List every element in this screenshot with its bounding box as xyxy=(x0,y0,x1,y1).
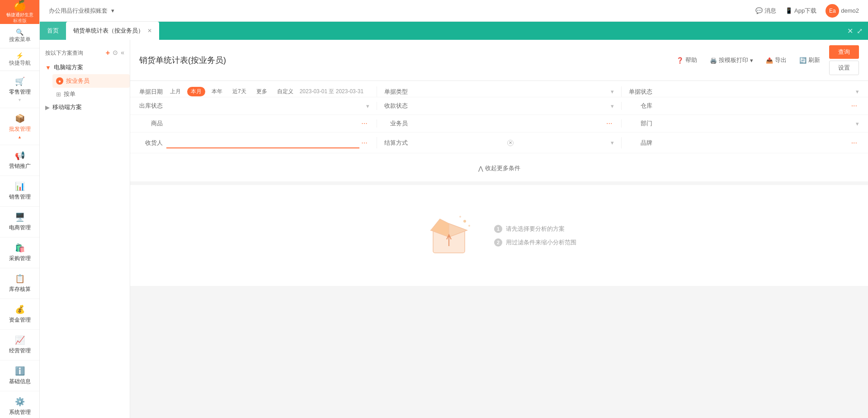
tree-desktop[interactable]: ▼ 电脑端方案 xyxy=(40,61,130,74)
tree-expand-icon: ▼ xyxy=(45,64,51,71)
payment-arrow: ▾ xyxy=(611,139,614,146)
message-action[interactable]: 💬 消息 xyxy=(755,7,776,15)
quick-nav[interactable]: ⚡ 快捷导航 xyxy=(0,48,39,71)
filter-collapse-row: ⋀ 收起更多条件 xyxy=(130,153,868,181)
receipt-status-label: 收款状态 xyxy=(384,102,411,110)
collapse-filters-button[interactable]: ⋀ 收起更多条件 xyxy=(475,161,524,176)
sidebar: 🍊 畅捷通好生意 标准版 🔍 搜索菜单 ⚡ 快捷导航 🛒 零售管理 ▼ 📦 批发… xyxy=(0,0,40,418)
warehouse-label: 仓库 xyxy=(629,102,656,110)
refresh-button[interactable]: 🔄 刷新 xyxy=(796,54,824,66)
user-profile[interactable]: Ea demo2 xyxy=(826,4,859,18)
consignee-input[interactable] xyxy=(166,137,359,148)
industry-dropdown-icon[interactable]: ▾ xyxy=(111,7,114,14)
date-btn-this-month[interactable]: 本月 xyxy=(187,87,205,96)
order-label: 按单 xyxy=(64,90,75,98)
payment-select[interactable]: ✕ ▾ xyxy=(411,139,614,146)
header-industry: 办公用品行业模拟账套 ▾ xyxy=(49,7,114,15)
panel-title: 按以下方案查询 xyxy=(45,49,83,57)
date-btn-last-month[interactable]: 上月 xyxy=(166,87,184,96)
settings-plan-icon[interactable]: ⊙ xyxy=(113,49,118,57)
operation-icon: 📈 xyxy=(15,335,25,345)
inventory-icon: 📋 xyxy=(15,274,25,284)
sales-icon: 📊 xyxy=(15,181,25,191)
sidebar-item-wholesale[interactable]: 📦 批发管理 ▲ xyxy=(0,108,39,145)
svg-point-2 xyxy=(463,220,466,223)
consignee-more-icon[interactable]: ··· xyxy=(359,139,369,147)
app-download-action[interactable]: 📱 App下载 xyxy=(785,7,816,15)
sidebar-item-inventory[interactable]: 📋 库存核算 xyxy=(0,268,39,299)
app-logo[interactable]: 🍊 畅捷通好生意 标准版 xyxy=(0,0,40,24)
sidebar-item-operation[interactable]: 📈 经营管理 xyxy=(0,330,39,361)
step-2-num: 2 xyxy=(494,238,502,247)
window-close-icon[interactable]: ✕ xyxy=(847,27,853,35)
receipt-status-select[interactable]: ▾ xyxy=(411,103,614,109)
filter-dept-item: 部门 ▾ xyxy=(622,119,859,128)
brand-label: 品牌 xyxy=(629,139,656,147)
dept-select[interactable]: ▾ xyxy=(656,120,859,127)
date-label: 单据日期 xyxy=(139,88,166,96)
collapse-panel-icon[interactable]: « xyxy=(121,49,124,57)
tab-bar: 首页 销货单统计表（按业务员） ✕ ✕ ⤢ xyxy=(40,22,868,40)
date-btn-more[interactable]: 更多 xyxy=(253,87,271,96)
ecommerce-icon: 🖥️ xyxy=(15,212,25,222)
sidebar-item-system[interactable]: ⚙️ 系统管理 xyxy=(0,391,39,418)
sidebar-item-basic[interactable]: ℹ️ 基础信息 xyxy=(0,361,39,391)
sidebar-item-sales[interactable]: 📊 销售管理 xyxy=(0,176,39,207)
page-actions: ❓ 帮助 🖨️ 按模板打印 ▾ 📤 导出 🔄 刷新 xyxy=(673,45,859,75)
warehouse-input[interactable] xyxy=(656,104,849,108)
tree-item-by-salesperson[interactable]: ● 按业务员 xyxy=(52,74,130,88)
salesperson-more-icon[interactable]: ··· xyxy=(604,119,614,128)
order-status-select[interactable]: ▾ xyxy=(656,86,859,97)
print-dropdown-icon: ▾ xyxy=(750,57,753,64)
sidebar-item-purchase[interactable]: 🛍️ 采购管理 xyxy=(0,238,39,268)
filter-row-2: 出库状态 ▾ 收款状态 ▾ 仓库 xyxy=(130,97,868,114)
out-status-select[interactable]: ▾ xyxy=(166,103,369,109)
tree-mobile-expand-icon: ▶ xyxy=(45,104,50,111)
tab-home[interactable]: 首页 xyxy=(40,22,66,40)
query-button[interactable]: 查询 xyxy=(829,45,859,59)
help-button[interactable]: ❓ 帮助 xyxy=(673,54,701,66)
tree-desktop-label: 电脑端方案 xyxy=(54,63,83,71)
empty-illustration xyxy=(422,212,476,259)
payment-clear-icon[interactable]: ✕ xyxy=(507,140,514,146)
sidebar-item-marketing[interactable]: 📢 营销推广 xyxy=(0,145,39,176)
filter-order-status-item: 单据状态 ▾ xyxy=(622,86,859,97)
salesperson-filter-label: 业务员 xyxy=(384,119,411,128)
warehouse-more-icon[interactable]: ··· xyxy=(849,102,859,110)
system-icon: ⚙️ xyxy=(15,397,25,407)
export-button[interactable]: 📤 导出 xyxy=(762,54,790,66)
filter-date-item: 单据日期 上月 本月 本年 近7天 更多 自定义 2023-03-01 至 20… xyxy=(139,86,377,97)
tree-mobile[interactable]: ▶ 移动端方案 xyxy=(40,100,130,114)
order-type-select[interactable]: ▾ xyxy=(411,86,614,97)
hint-1: 1 请先选择要分析的方案 xyxy=(494,225,576,233)
window-maximize-icon[interactable]: ⤢ xyxy=(857,27,863,35)
print-template-button[interactable]: 🖨️ 按模板打印 ▾ xyxy=(706,54,757,66)
app-name: 畅捷通好生意 xyxy=(6,12,33,18)
date-btn-this-year[interactable]: 本年 xyxy=(208,87,226,96)
date-range: 2023-03-01 至 2023-03-31 xyxy=(300,88,363,95)
brand-more-icon[interactable]: ··· xyxy=(849,139,859,147)
left-panel: 按以下方案查询 + ⊙ « ▼ 电脑端方案 ● 按业务员 ⊞ 按单 xyxy=(40,40,130,418)
home-tab-label: 首页 xyxy=(47,27,59,35)
filter-warehouse-item: 仓库 ··· xyxy=(622,102,859,110)
goods-more-icon[interactable]: ··· xyxy=(359,119,369,128)
sidebar-item-retail[interactable]: 🛒 零售管理 ▼ xyxy=(0,71,39,108)
sidebar-item-finance[interactable]: 💰 资金管理 xyxy=(0,299,39,330)
query-settings-group: 查询 设置 xyxy=(829,45,859,75)
date-btn-7days[interactable]: 近7天 xyxy=(229,87,250,96)
filter-row-1: 单据日期 上月 本月 本年 近7天 更多 自定义 2023-03-01 至 20… xyxy=(130,81,868,97)
hint-2: 2 用过滤条件来缩小分析范围 xyxy=(494,238,576,247)
panel-header: 按以下方案查询 + ⊙ « xyxy=(40,45,130,61)
filter-goods-item: 商品 ··· xyxy=(139,119,377,128)
settings-button[interactable]: 设置 xyxy=(829,61,859,75)
tab-close-icon[interactable]: ✕ xyxy=(147,28,152,34)
marketing-icon: 📢 xyxy=(15,151,25,161)
add-plan-icon[interactable]: + xyxy=(106,49,110,57)
search-menu[interactable]: 🔍 搜索菜单 xyxy=(0,24,39,48)
main-area: 办公用品行业模拟账套 ▾ 💬 消息 📱 App下载 Ea demo2 首页 xyxy=(40,0,868,418)
sidebar-item-ecommerce[interactable]: 🖥️ 电商管理 xyxy=(0,207,39,238)
content-area: 按以下方案查询 + ⊙ « ▼ 电脑端方案 ● 按业务员 ⊞ 按单 xyxy=(40,40,868,418)
date-btn-custom[interactable]: 自定义 xyxy=(274,87,297,96)
tree-item-by-order[interactable]: ⊞ 按单 xyxy=(52,88,130,100)
tab-sales-stats[interactable]: 销货单统计表（按业务员） ✕ xyxy=(66,22,159,40)
